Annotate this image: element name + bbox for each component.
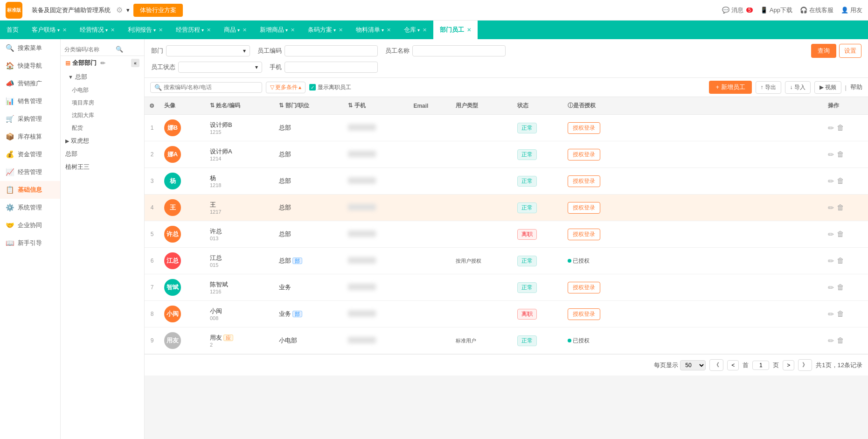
app-download-action[interactable]: 📱 App下载 bbox=[760, 6, 792, 14]
dept-item-shenyang[interactable]: 沈阳大库 bbox=[61, 109, 144, 122]
delete-button[interactable]: 🗑 bbox=[837, 124, 844, 132]
edit-button[interactable]: ✏ bbox=[828, 310, 834, 319]
dept-edit-icon[interactable]: ✏ bbox=[100, 60, 105, 67]
last-page-button[interactable]: 》 bbox=[798, 359, 812, 371]
auth-button[interactable]: 授权登录 bbox=[568, 229, 600, 240]
nav-close-add-goods[interactable]: ✕ bbox=[291, 27, 295, 33]
sidebar-item-finance[interactable]: 💰 资金管理 bbox=[0, 146, 60, 163]
auth-button[interactable]: 授权登录 bbox=[568, 175, 600, 187]
phone-input[interactable] bbox=[285, 62, 378, 73]
nav-close-department[interactable]: ✕ bbox=[467, 27, 471, 33]
prev-page-button[interactable]: < bbox=[727, 360, 739, 370]
delete-button[interactable]: 🗑 bbox=[837, 177, 844, 185]
edit-button[interactable]: ✏ bbox=[828, 203, 834, 212]
show-left-checkbox[interactable]: ✓ bbox=[309, 84, 316, 91]
dept-group-zhishu[interactable]: 植树王三 bbox=[61, 160, 144, 174]
nav-item-barcode[interactable]: 条码方案▾✕ bbox=[301, 21, 349, 39]
nav-close-history[interactable]: ✕ bbox=[207, 27, 211, 33]
collapse-button[interactable]: « bbox=[131, 59, 139, 67]
query-button[interactable]: 查询 bbox=[811, 44, 836, 58]
next-page-button[interactable]: > bbox=[783, 360, 794, 370]
sidebar-item-inventory[interactable]: 📦 库存核算 bbox=[0, 128, 60, 146]
dept-header[interactable]: ⊞ 全部部门 ✏ « bbox=[61, 56, 144, 70]
online-service-action[interactable]: 🎧 在线客服 bbox=[800, 6, 833, 14]
nav-item-department[interactable]: 部门员工✕ bbox=[433, 21, 478, 39]
nav-item-operation[interactable]: 经营情况▾✕ bbox=[73, 21, 121, 39]
auth-button[interactable]: 授权登录 bbox=[568, 282, 600, 293]
nav-item-profit[interactable]: 利润报告▾✕ bbox=[121, 21, 169, 39]
video-button[interactable]: ▶ 视频 bbox=[814, 81, 841, 94]
delete-button[interactable]: 🗑 bbox=[837, 150, 844, 159]
sidebar-item-marketing[interactable]: 📣 营销推广 bbox=[0, 75, 60, 92]
user-action[interactable]: 👤 用友 bbox=[841, 6, 862, 14]
sidebar-item-collab[interactable]: 🤝 企业协同 bbox=[0, 216, 60, 234]
help-button[interactable]: 帮助 bbox=[850, 83, 862, 91]
first-page-button[interactable]: 《 bbox=[709, 359, 723, 371]
trial-button[interactable]: 体验行业方案 bbox=[133, 4, 183, 17]
set-button[interactable]: 设置 bbox=[839, 44, 861, 58]
delete-button[interactable]: 🗑 bbox=[837, 257, 844, 265]
emp-code-input[interactable] bbox=[285, 45, 378, 56]
edit-button[interactable]: ✏ bbox=[828, 283, 834, 292]
nav-close-goods[interactable]: ✕ bbox=[243, 27, 247, 33]
nav-close-warehouse[interactable]: ✕ bbox=[423, 27, 427, 33]
import-button[interactable]: ↓ 导入 bbox=[785, 81, 811, 94]
sidebar-item-purchase[interactable]: 🛒 采购管理 bbox=[0, 110, 60, 128]
nav-item-add-goods[interactable]: 新增商品▾✕ bbox=[253, 21, 301, 39]
settings-gear-icon[interactable]: ⚙ bbox=[116, 6, 123, 14]
sidebar-item-system[interactable]: ⚙️ 系统管理 bbox=[0, 199, 60, 216]
export-button[interactable]: ↑ 导出 bbox=[756, 81, 781, 94]
sidebar-item-business[interactable]: 📈 经营管理 bbox=[0, 163, 60, 181]
dept-item-peihuo[interactable]: 配货 bbox=[61, 122, 144, 134]
dept-item-xiaodian[interactable]: 小电部 bbox=[61, 84, 144, 97]
edit-button[interactable]: ✏ bbox=[828, 177, 834, 186]
th-name-code[interactable]: ⇅ 姓名/编码 bbox=[205, 97, 274, 115]
delete-button[interactable]: 🗑 bbox=[837, 230, 844, 238]
th-phone[interactable]: ⇅ 手机 bbox=[343, 97, 409, 115]
edit-button[interactable]: ✏ bbox=[828, 230, 834, 239]
add-employee-button[interactable]: + 新增员工 bbox=[709, 81, 751, 94]
delete-button[interactable]: 🗑 bbox=[837, 203, 844, 212]
nav-close-customer[interactable]: ✕ bbox=[62, 27, 67, 33]
th-dept-position[interactable]: ⇅ 部门/职位 bbox=[274, 97, 343, 115]
edit-button[interactable]: ✏ bbox=[828, 257, 834, 265]
emp-name-input[interactable] bbox=[412, 45, 506, 56]
sidebar-item-guide[interactable]: 📖 新手引导 bbox=[0, 234, 60, 252]
sidebar-item-basic[interactable]: 📋 基础信息 bbox=[0, 181, 60, 199]
filter-dept-select[interactable]: ▾ bbox=[166, 45, 250, 56]
dept-group-main[interactable]: ▼ 总部 bbox=[61, 70, 144, 84]
auth-button[interactable]: 授权登录 bbox=[568, 149, 600, 160]
delete-button[interactable]: 🗑 bbox=[837, 336, 844, 345]
show-left-employees[interactable]: ✓ 显示离职员工 bbox=[309, 84, 351, 91]
dept-item-project[interactable]: 项目库房 bbox=[61, 97, 144, 109]
nav-item-goods[interactable]: 商品▾✕ bbox=[217, 21, 253, 39]
page-number-input[interactable] bbox=[752, 361, 769, 370]
edit-button[interactable]: ✏ bbox=[828, 336, 834, 345]
sidebar-item-search[interactable]: 🔍 搜索菜单 bbox=[0, 39, 60, 57]
dept-group-zongbu[interactable]: 总部 bbox=[61, 147, 144, 160]
message-action[interactable]: 💬 消息 5 bbox=[722, 6, 753, 14]
edit-button[interactable]: ✏ bbox=[828, 150, 834, 159]
delete-button[interactable]: 🗑 bbox=[837, 310, 844, 318]
dept-search-input[interactable] bbox=[64, 46, 116, 53]
auth-button[interactable]: 授权登录 bbox=[568, 122, 600, 134]
auth-button[interactable]: 授权登录 bbox=[568, 308, 600, 320]
nav-item-home[interactable]: 首页 bbox=[0, 21, 25, 39]
th-settings[interactable]: ⚙ bbox=[145, 97, 160, 115]
sidebar-item-sales[interactable]: 📊 销售管理 bbox=[0, 92, 60, 110]
nav-close-operation[interactable]: ✕ bbox=[111, 27, 115, 33]
nav-close-barcode[interactable]: ✕ bbox=[339, 27, 343, 33]
filter-more-button[interactable]: ▽ 更多条件 ▴ bbox=[266, 82, 306, 93]
search-input[interactable] bbox=[164, 84, 248, 91]
nav-item-customer[interactable]: 客户联络▾✕ bbox=[25, 21, 73, 39]
filter-status-select[interactable]: ▾ bbox=[178, 62, 262, 73]
nav-close-profit[interactable]: ✕ bbox=[159, 27, 163, 33]
sidebar-item-nav[interactable]: 🏠 快捷导航 bbox=[0, 57, 60, 75]
auth-button[interactable]: 授权登录 bbox=[568, 202, 600, 214]
nav-item-history[interactable]: 经营历程▾✕ bbox=[169, 21, 217, 39]
nav-item-bom[interactable]: 物料清单▾✕ bbox=[349, 21, 397, 39]
edit-button[interactable]: ✏ bbox=[828, 124, 834, 132]
nav-close-bom[interactable]: ✕ bbox=[387, 27, 391, 33]
nav-item-warehouse[interactable]: 仓库▾✕ bbox=[397, 21, 433, 39]
dept-group-shuanghu[interactable]: ▶ 双虎想 bbox=[61, 134, 144, 147]
